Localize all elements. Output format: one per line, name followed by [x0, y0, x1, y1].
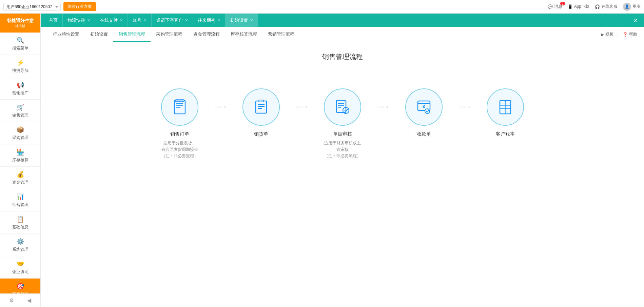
marketing-icon: 📢	[17, 81, 24, 89]
headset-icon: 🎧	[595, 4, 600, 9]
close-icon[interactable]: ✕	[87, 18, 90, 23]
flow-step-ledger[interactable]: ¥ 客户账本	[475, 88, 536, 140]
svg-text:¥: ¥	[423, 104, 425, 109]
sub-tab-inventory-flow[interactable]: 库存核算流程	[225, 27, 262, 42]
close-icon[interactable]: ✕	[217, 18, 220, 23]
flow-arrow-4: - - -→	[454, 88, 475, 110]
sidebar-item-label: 基础信息	[12, 224, 28, 230]
sidebar: 畅捷通好生意 标准版 🔍 搜索菜单 ⚡ 快捷导航 📢 营销推广 🛒 销售管理 📦	[0, 14, 41, 307]
settings-btn[interactable]: ⚙	[9, 297, 14, 304]
nav-tab-label: 初始设置	[230, 17, 248, 23]
sub-tab-industry[interactable]: 行业特性设置	[47, 27, 85, 42]
video-label: 视频	[605, 32, 613, 37]
app-icon: 📱	[568, 4, 573, 9]
close-icon[interactable]: ✕	[185, 18, 188, 23]
sidebar-item-operations[interactable]: 📊 经营管理	[0, 189, 40, 211]
message-icon: 💬	[548, 4, 553, 9]
sub-tab-label: 销售管理流程	[119, 31, 145, 37]
nav-tab-logistics[interactable]: 物流快递 ✕	[63, 14, 95, 27]
user-name-label: 用友	[632, 4, 641, 9]
experience-btn[interactable]: 体验行业方案	[63, 2, 96, 11]
sidebar-items: 🔍 搜索菜单 ⚡ 快捷导航 📢 营销推广 🛒 销售管理 📦 采购管理 🏪	[0, 33, 40, 293]
flow-step-title: 收款单	[417, 131, 431, 137]
sidebar-item-label: 系统管理	[12, 247, 28, 252]
svg-text:¥: ¥	[504, 100, 506, 103]
close-icon[interactable]: ✕	[250, 18, 253, 23]
nav-tabs: 首页 物流快递 ✕ 在线支付 ✕ 账号 ✕ 邀请下游客户 ✕ 往来期初 ✕	[41, 14, 644, 27]
user-item[interactable]: 👤 用友	[623, 3, 641, 11]
flow-circle-receipt: ¥	[405, 88, 443, 126]
flow-step-audit[interactable]: 单据审核 适用于财务审核或主管审核（注：非必要流程）	[312, 88, 373, 160]
basic-icon: 📋	[17, 216, 24, 223]
help-label: 帮助	[629, 32, 637, 37]
arrow-dots: - - -→	[459, 103, 470, 110]
flow-step-delivery[interactable]: 销货单	[231, 88, 292, 140]
sidebar-logo: 畅捷通好生意 标准版	[0, 14, 40, 33]
sidebar-item-marketing[interactable]: 📢 营销推广	[0, 77, 40, 100]
flow-step-title: 客户账本	[496, 131, 515, 137]
sub-tab-purchase-flow[interactable]: 采购管理流程	[151, 27, 188, 42]
sub-tab-finance-flow[interactable]: 资金管理流程	[188, 27, 225, 42]
sub-tab-marketing-flow[interactable]: 营销管理流程	[262, 27, 300, 42]
flow-step-title: 销售订单	[170, 131, 189, 137]
page-title: 销售管理流程	[47, 52, 637, 61]
content-area: 首页 物流快递 ✕ 在线支付 ✕ 账号 ✕ 邀请下游客户 ✕ 往来期初 ✕	[41, 14, 644, 307]
inventory-icon: 🏪	[17, 148, 24, 156]
nav-tab-period[interactable]: 往来期初 ✕	[193, 14, 226, 27]
flow-arrow-2: - - -→	[292, 88, 312, 110]
arrow-dots: - - -→	[215, 103, 226, 110]
sidebar-item-basic[interactable]: 📋 基础信息	[0, 211, 40, 234]
flow-circle-delivery	[242, 88, 280, 126]
system-icon: ⚙️	[17, 238, 24, 245]
nav-tab-initial[interactable]: 初始设置 ✕	[226, 14, 258, 27]
main-layout: 畅捷通好生意 标准版 🔍 搜索菜单 ⚡ 快捷导航 📢 营销推广 🛒 销售管理 📦	[0, 14, 644, 307]
online-service-item[interactable]: 🎧 在线客服	[595, 4, 618, 9]
message-item[interactable]: 💬 消息 6	[548, 4, 562, 9]
sidebar-item-purchase[interactable]: 📦 采购管理	[0, 122, 40, 144]
main-content: 销售管理流程 销售订单 适用于分批发货、有合同	[41, 42, 644, 307]
sub-tab-label: 行业特性设置	[53, 31, 79, 37]
close-icon[interactable]: ✕	[120, 18, 123, 23]
flow-step-receipt[interactable]: ¥ 收款单	[393, 88, 454, 140]
flow-step-sales-order[interactable]: 销售订单 适用于分批发货、有合同发货周期较长（注：非必要流程）	[149, 88, 210, 160]
sub-tab-label: 营销管理流程	[268, 31, 294, 37]
sidebar-item-finance[interactable]: 💰 资金管理	[0, 167, 40, 189]
help-icon: ❓	[623, 32, 628, 37]
nav-tab-invite[interactable]: 邀请下游客户 ✕	[152, 14, 193, 27]
nav-tab-account[interactable]: 账号 ✕	[128, 14, 152, 27]
sub-tab-initial[interactable]: 初始设置	[85, 27, 113, 42]
nav-tab-label: 在线支付	[100, 17, 118, 23]
sub-tab-actions: ▶ 视频 | ❓ 帮助	[601, 32, 637, 37]
app-download-item[interactable]: 📱 App下载	[568, 4, 589, 9]
flow-arrow-3: - - -→	[373, 88, 393, 110]
sidebar-item-label: 搜索菜单	[12, 45, 28, 51]
sidebar-item-label: 销售管理	[12, 112, 28, 118]
nav-tab-label: 往来期初	[198, 17, 215, 23]
collapse-btn[interactable]: ◀	[27, 297, 31, 304]
nav-tab-home[interactable]: 首页	[44, 14, 63, 27]
flow-step-desc: 适用于分批发货、有合同发货周期较长（注：非必要流程）	[161, 140, 198, 160]
sub-tab-sales-flow[interactable]: 销售管理流程	[113, 27, 151, 42]
sidebar-item-quicknav[interactable]: ⚡ 快捷导航	[0, 55, 40, 77]
close-all-btn[interactable]: ✕	[631, 17, 641, 24]
operations-icon: 📊	[17, 193, 24, 201]
sidebar-item-system[interactable]: ⚙️ 系统管理	[0, 234, 40, 256]
sidebar-item-enterprise[interactable]: 🤝 企业协同	[0, 256, 40, 279]
user-select[interactable]: 用户690企业1660120507	[3, 3, 61, 11]
sub-tab-label: 采购管理流程	[156, 31, 182, 37]
video-action[interactable]: ▶ 视频	[601, 32, 613, 37]
sidebar-item-search[interactable]: 🔍 搜索菜单	[0, 33, 40, 55]
nav-tab-payment[interactable]: 在线支付 ✕	[95, 14, 128, 27]
search-icon: 🔍	[17, 37, 24, 44]
sidebar-item-inventory[interactable]: 🏪 库存核算	[0, 144, 40, 167]
help-action[interactable]: ❓ 帮助	[623, 32, 637, 37]
svg-point-21	[425, 109, 430, 114]
arrow-dots: - - -→	[296, 103, 308, 110]
close-icon[interactable]: ✕	[143, 18, 147, 23]
nav-tab-label: 账号	[133, 17, 141, 23]
sidebar-item-label: 库存核算	[12, 157, 28, 163]
avatar: 👤	[623, 3, 631, 11]
svg-rect-4	[175, 100, 184, 102]
sidebar-item-sales[interactable]: 🛒 销售管理	[0, 100, 40, 122]
sidebar-item-newguide[interactable]: 🎯 新手引导	[0, 279, 40, 293]
